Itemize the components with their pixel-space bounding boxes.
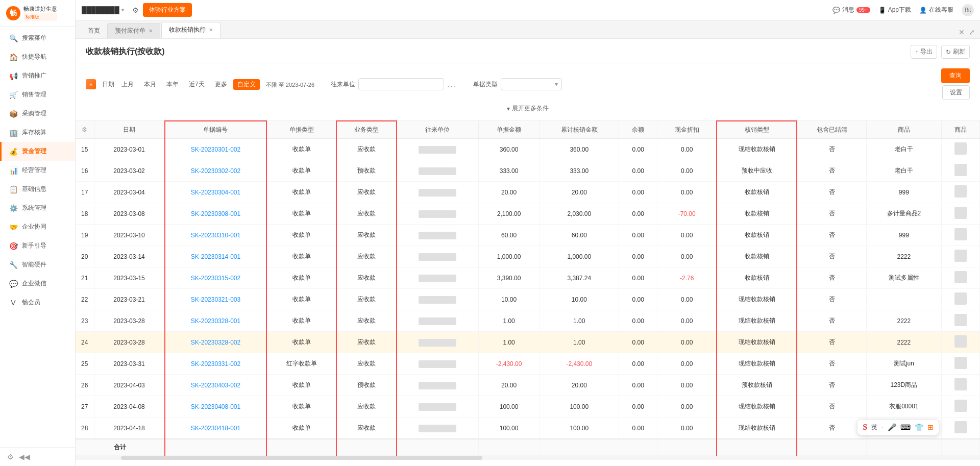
partner-filter-input[interactable] <box>358 78 444 90</box>
sidebar-menu: 🔍 搜索菜单 🏠 快捷导航 📢 营销推广 🛒 销售管理 📦 采购管理 🏢 库存核… <box>0 27 75 447</box>
date-last-month-btn[interactable]: 上月 <box>117 79 138 90</box>
collapse-icon[interactable]: ◀◀ <box>19 453 30 461</box>
doc-no-link[interactable]: SK-20230314-001 <box>191 253 240 260</box>
doc-no-link[interactable]: SK-20230331-002 <box>191 360 240 367</box>
sidebar-item-marketing[interactable]: 📢 营销推广 <box>0 66 75 85</box>
date-custom-btn[interactable]: 自定义 <box>233 79 260 90</box>
doc-no-link[interactable]: SK-20230328-001 <box>191 317 240 325</box>
app-download-button[interactable]: 📱 App下载 <box>878 6 911 14</box>
filter-doctype-item: 单据类型 ▾ <box>473 78 558 90</box>
date-7days-btn[interactable]: 近7天 <box>185 79 209 90</box>
doc-no-link[interactable]: SK-20230408-001 <box>191 403 240 410</box>
doc-no-link[interactable]: SK-20230301-002 <box>191 146 240 153</box>
table-row[interactable]: 15 2023-03-01 SK-20230301-002 收款单 应收款 ██… <box>76 139 980 160</box>
doc-no-link[interactable]: SK-20230310-001 <box>191 232 240 239</box>
sidebar-item-operations[interactable]: 📊 经营管理 <box>0 161 75 180</box>
export-button[interactable]: ↑ 导出 <box>911 45 937 59</box>
doc-no-link[interactable]: SK-20230321-003 <box>191 296 240 303</box>
doc-no-link[interactable]: SK-20230315-002 <box>191 275 240 282</box>
sidebar-item-basics[interactable]: 📋 基础信息 <box>0 180 75 199</box>
date-more-btn[interactable]: 更多 <box>211 79 231 90</box>
topbar-gear-icon[interactable]: ⚙ <box>132 6 139 14</box>
table-row[interactable]: 28 2023-04-18 SK-20230418-001 收款单 应收款 ██… <box>76 418 980 439</box>
table-row[interactable]: 19 2023-03-10 SK-20230310-001 收款单 应收款 ██… <box>76 225 980 246</box>
table-row[interactable]: 23 2023-03-28 SK-20230328-001 收款单 应收款 ██… <box>76 310 980 332</box>
sidebar-item-finance[interactable]: 💰 资金管理 <box>0 142 75 161</box>
sidebar-item-member[interactable]: V 畅会员 <box>0 293 75 312</box>
tab-collection-close[interactable]: ✕ <box>209 27 213 33</box>
table-row[interactable]: 17 2023-03-04 SK-20230304-001 收款单 应收款 ██… <box>76 182 980 203</box>
sidebar-item-cooperation[interactable]: 🤝 企业协同 <box>0 217 75 236</box>
sidebar-item-sales[interactable]: 🛒 销售管理 <box>0 85 75 104</box>
td-amount: 1,000.00 <box>478 246 540 267</box>
tab-prepay[interactable]: 预付应付单 ✕ <box>107 23 160 38</box>
doctype-filter-select[interactable] <box>501 78 562 90</box>
td-date: 2023-04-18 <box>94 418 165 439</box>
sales-icon: 🛒 <box>9 91 18 99</box>
online-service-button[interactable]: 👤 在线客服 <box>919 6 953 14</box>
float-toolbar-grid-icon[interactable]: ⊞ <box>927 423 934 431</box>
table-row[interactable]: 25 2023-03-31 SK-20230331-002 红字收款单 应收款 … <box>76 353 980 375</box>
doc-no-link[interactable]: SK-20230304-001 <box>191 189 240 196</box>
doc-no-link[interactable]: SK-20230328-002 <box>191 339 240 346</box>
date-this-year-btn[interactable]: 本年 <box>162 79 183 90</box>
tab-maximize-icon[interactable]: ⤢ <box>969 28 975 36</box>
filter-setting-button[interactable]: 设置 <box>942 85 970 100</box>
topbar-chevron-icon[interactable]: ▾ <box>121 7 124 13</box>
horizontal-scrollbar[interactable] <box>76 456 980 460</box>
td-total-cancel: 20.00 <box>540 182 619 203</box>
doc-no-link[interactable]: SK-20230403-002 <box>191 382 240 389</box>
td-goods: 123D商品 <box>867 375 942 396</box>
table-row[interactable]: 24 2023-03-28 SK-20230328-002 收款单 应收款 ██… <box>76 332 980 353</box>
doc-no-link[interactable]: SK-20230308-001 <box>191 210 240 217</box>
th-include-settled: 包含已结清 <box>797 121 866 139</box>
doc-no-link[interactable]: SK-20230418-001 <box>191 425 240 432</box>
float-toolbar-mic-icon[interactable]: 🎤 <box>888 423 896 431</box>
industry-solution-button[interactable]: 体验行业方案 <box>143 3 192 17</box>
table-row[interactable]: 22 2023-03-21 SK-20230321-003 收款单 应收款 ██… <box>76 289 980 310</box>
table-row[interactable]: 26 2023-04-03 SK-20230403-002 收款单 预收款 ██… <box>76 375 980 396</box>
partner-filter-dots[interactable]: ... <box>447 80 457 89</box>
tab-prepay-close[interactable]: ✕ <box>149 28 153 34</box>
sidebar-item-system[interactable]: ⚙️ 系统管理 <box>0 199 75 217</box>
column-settings-icon[interactable]: ⚙ <box>82 126 87 133</box>
scrollbar-thumb[interactable] <box>121 456 483 460</box>
user-avatar[interactable]: Rit <box>962 4 974 16</box>
sidebar-item-hardware[interactable]: 🔧 智能硬件 <box>0 255 75 274</box>
float-toolbar-keyboard-icon[interactable]: ⌨ <box>900 423 911 431</box>
tab-home[interactable]: 首页 <box>81 23 107 38</box>
th-settings[interactable]: ⚙ <box>76 121 94 139</box>
table-row[interactable]: 27 2023-04-08 SK-20230408-001 收款单 应收款 ██… <box>76 396 980 418</box>
collapse-filter-button[interactable]: » <box>86 79 96 89</box>
sidebar-item-inventory[interactable]: 🏢 库存核算 <box>0 123 75 142</box>
system-icon: ⚙️ <box>9 204 18 212</box>
sidebar-item-shortcuts[interactable]: 🏠 快捷导航 <box>0 47 75 66</box>
doc-no-link[interactable]: SK-20230302-002 <box>191 167 240 175</box>
online-service-label: 在线客服 <box>929 6 953 14</box>
sidebar-item-search[interactable]: 🔍 搜索菜单 <box>0 29 75 47</box>
float-toolbar-lang-label[interactable]: 英 <box>871 423 877 432</box>
refresh-button[interactable]: ↻ 刷新 <box>941 45 970 59</box>
messages-button[interactable]: 💬 消息 99+ <box>832 6 870 14</box>
sidebar-item-guide[interactable]: 🎯 新手引导 <box>0 236 75 255</box>
table-row[interactable]: 18 2023-03-08 SK-20230308-001 收款单 应收款 ██… <box>76 203 980 225</box>
table-row[interactable]: 20 2023-03-14 SK-20230314-001 收款单 应收款 ██… <box>76 246 980 267</box>
settings-bottom-icon[interactable]: ⚙ <box>7 453 14 461</box>
td-goods2 <box>941 418 979 439</box>
td-partner: ██████ <box>397 139 479 160</box>
float-toolbar-shirt-icon[interactable]: 👕 <box>915 423 923 431</box>
date-this-month-btn[interactable]: 本月 <box>140 79 160 90</box>
tab-close-all-icon[interactable]: ✕ <box>959 28 965 36</box>
sidebar-item-procurement[interactable]: 📦 采购管理 <box>0 104 75 123</box>
table-row[interactable]: 16 2023-03-02 SK-20230302-002 收款单 预收款 ██… <box>76 160 980 182</box>
table-row[interactable]: 21 2023-03-15 SK-20230315-002 收款单 应收款 ██… <box>76 267 980 289</box>
th-total-cancel: 累计核销金额 <box>540 121 619 139</box>
tab-collection[interactable]: 收款核销执行 ✕ <box>161 22 220 38</box>
expand-more-conditions[interactable]: ▾ 展开更多条件 <box>86 102 970 115</box>
guide-icon: 🎯 <box>9 242 18 250</box>
td-partner: ██████ <box>397 160 479 182</box>
td-amount: 360.00 <box>478 139 540 160</box>
td-cash-discount: 0.00 <box>657 289 717 310</box>
sidebar-item-wechat[interactable]: 💬 企业微信 <box>0 274 75 293</box>
query-button[interactable]: 查询 <box>941 68 970 83</box>
